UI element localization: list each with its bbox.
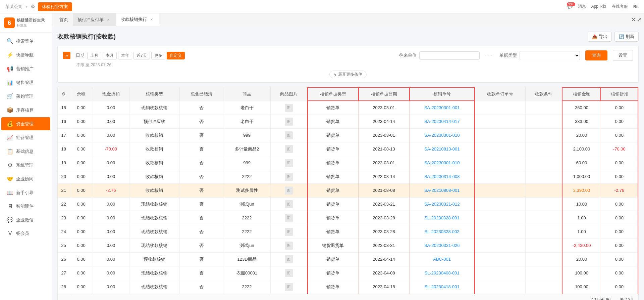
td-writeoff-type-8: 现结收款核销: [129, 211, 179, 225]
sidebar-label-13: 企业微信: [16, 217, 34, 223]
date-this-month[interactable]: 本月: [103, 52, 117, 59]
td-writeoff-discount-13: 0.00: [601, 280, 638, 294]
tab-prepayment[interactable]: 预付冲应付单 ×: [73, 13, 116, 26]
sidebar-item-12[interactable]: 🖥智能硬件: [1, 200, 50, 213]
sidebar-label-10: 企业协同: [16, 176, 34, 182]
td-writeoff-doc-type-2: 销货单: [308, 128, 359, 142]
td-writeoff-doc-no-6[interactable]: SA-20210808-001: [410, 183, 475, 197]
sidebar-item-0[interactable]: 🔍搜索菜单: [1, 35, 50, 48]
sidebar-item-7[interactable]: 📈经营管理: [1, 131, 50, 144]
sidebar-label-3: 销售管理: [16, 80, 34, 86]
td-receipt-order-no-8: [475, 211, 525, 225]
doc-no-link-7[interactable]: SA-20230321-012: [424, 202, 460, 207]
td-writeoff-doc-no-13[interactable]: SL-20230418-001: [410, 280, 475, 294]
td-product-2: 999: [223, 128, 270, 142]
sidebar-item-13[interactable]: 💬企业微信: [1, 213, 50, 226]
th-writeoff-discount: 核销折扣: [601, 87, 638, 101]
setting-button[interactable]: 设置: [613, 50, 633, 61]
th-settings[interactable]: ⚙: [58, 87, 70, 101]
td-id-6: 21: [58, 183, 70, 197]
td-product-image-6: 图: [271, 183, 308, 197]
td-writeoff-doc-no-1[interactable]: SA-20230414-017: [410, 115, 475, 128]
doc-no-link-3[interactable]: SA-20210813-001: [424, 146, 460, 152]
td-writeoff-doc-no-4[interactable]: SA-20230301-010: [410, 156, 475, 170]
date-prev-month[interactable]: 上月: [87, 52, 101, 59]
tab-home[interactable]: 首页: [55, 13, 73, 26]
app-download[interactable]: App下载: [591, 4, 606, 9]
sidebar-item-10[interactable]: 🤝企业协同: [1, 172, 50, 185]
tab-writeoff-close[interactable]: ×: [149, 17, 154, 22]
doc-no-link-12[interactable]: SL-20230408-001: [425, 270, 460, 275]
expand-window-btn[interactable]: ⤢: [637, 16, 641, 23]
doc-no-link-1[interactable]: SA-20230414-017: [424, 119, 460, 124]
td-writeoff-doc-no-0[interactable]: SA-20230301-001: [410, 101, 475, 115]
message-badge[interactable]: 💬 99+: [568, 4, 573, 9]
td-receipt-order-no-4: [475, 156, 525, 170]
table-row: 27 0.00 0.00 现结收款核销 否 衣服00001 图 销货单 2023…: [58, 266, 638, 280]
td-balance-4: 0.00: [70, 156, 93, 170]
td-writeoff-amount-11: 20.00: [562, 252, 601, 266]
sidebar-item-4[interactable]: 🛒采购管理: [1, 90, 50, 103]
td-writeoff-doc-date-10: 2023-03-31: [359, 239, 410, 252]
doc-no-link-10[interactable]: SA-20230331-026: [424, 243, 460, 248]
doc-no-link-9[interactable]: SL-20230328-002: [425, 229, 460, 234]
td-writeoff-doc-no-2[interactable]: SA-20230301-010: [410, 128, 475, 142]
td-writeoff-doc-no-11[interactable]: ABC-001: [410, 252, 475, 266]
sidebar-item-1[interactable]: ⚡快捷导航: [1, 48, 50, 61]
query-button[interactable]: 查询: [585, 50, 607, 60]
sidebar-item-14[interactable]: V畅会员: [1, 227, 50, 240]
expand-conditions-btn[interactable]: ∨ 展开更多条件: [329, 71, 367, 78]
date-this-year[interactable]: 本年: [118, 52, 132, 59]
export-button[interactable]: 📤 导出: [588, 32, 612, 42]
td-writeoff-doc-type-7: 销货单: [308, 197, 359, 211]
sidebar-item-6[interactable]: 💰资金管理: [1, 117, 50, 130]
sidebar-item-9[interactable]: ⚙系统管理: [1, 159, 50, 172]
date-7days[interactable]: 近7天: [133, 52, 150, 59]
sidebar-item-11[interactable]: 📖新手引导: [1, 186, 50, 199]
date-more[interactable]: 更多: [151, 52, 165, 59]
td-id-5: 20: [58, 170, 70, 183]
online-service[interactable]: 在线客服: [612, 4, 628, 9]
date-custom[interactable]: 自定义: [167, 52, 185, 59]
sidebar-item-8[interactable]: 📋基础信息: [1, 145, 50, 158]
td-writeoff-doc-no-10[interactable]: SA-20230331-026: [410, 239, 475, 252]
doc-no-link-11[interactable]: ABC-001: [433, 257, 451, 262]
td-include-settled-6: 否: [180, 183, 223, 197]
sidebar-label-0: 搜索菜单: [16, 38, 34, 44]
td-writeoff-doc-type-0: 销货单: [308, 101, 359, 115]
refresh-button[interactable]: 🔄 刷新: [614, 32, 639, 42]
sidebar-item-2[interactable]: 📢营销推广: [1, 62, 50, 75]
td-writeoff-doc-no-8[interactable]: SL-20230328-001: [410, 211, 475, 225]
table-row: 20 0.00 0.00 收款核销 否 2222 图 销货单 2023-03-1…: [58, 170, 638, 183]
doc-no-link-6[interactable]: SA-20210808-001: [424, 188, 460, 193]
sidebar-item-3[interactable]: 📊销售管理: [1, 76, 50, 89]
tab-prepayment-close[interactable]: ×: [106, 17, 111, 23]
td-cash-discount-10: 0.00: [93, 239, 129, 252]
td-product-9: 2222: [223, 225, 270, 239]
filter-toggle-btn[interactable]: »: [63, 52, 70, 59]
td-writeoff-doc-no-9[interactable]: SL-20230328-002: [410, 225, 475, 239]
td-writeoff-doc-no-12[interactable]: SL-20230408-001: [410, 266, 475, 280]
order-type-select[interactable]: [520, 51, 580, 60]
gear-button[interactable]: ⚙: [31, 3, 35, 10]
td-writeoff-doc-no-5[interactable]: SA-20230314-008: [410, 170, 475, 183]
doc-no-link-4[interactable]: SA-20230301-010: [424, 160, 460, 165]
tab-writeoff[interactable]: 收款核销执行 ×: [116, 13, 159, 26]
doc-no-link-2[interactable]: SA-20230301-010: [424, 133, 460, 138]
doc-no-link-13[interactable]: SL-20230418-001: [425, 284, 460, 289]
doc-no-link-8[interactable]: SL-20230328-001: [425, 215, 460, 220]
td-receipt-order-no-3: [475, 142, 525, 156]
industry-btn[interactable]: 休验行业方案: [38, 2, 72, 11]
td-writeoff-doc-no-7[interactable]: SA-20230321-012: [410, 197, 475, 211]
sidebar-item-5[interactable]: 📦库存核算: [1, 103, 50, 117]
close-window-btn[interactable]: ✕: [631, 16, 636, 23]
sidebar-label-1: 快捷导航: [16, 52, 34, 58]
doc-no-link-0[interactable]: SA-20230301-001: [424, 105, 460, 110]
td-id-4: 19: [58, 156, 70, 170]
doc-no-link-5[interactable]: SA-20230314-008: [424, 174, 460, 179]
th-product: 商品: [223, 87, 270, 101]
td-writeoff-amount-3: 2,100.00: [562, 142, 601, 156]
td-writeoff-doc-no-3[interactable]: SA-20210813-001: [410, 142, 475, 156]
partner-input[interactable]: [419, 51, 480, 60]
logo-icon: 6: [4, 17, 15, 28]
